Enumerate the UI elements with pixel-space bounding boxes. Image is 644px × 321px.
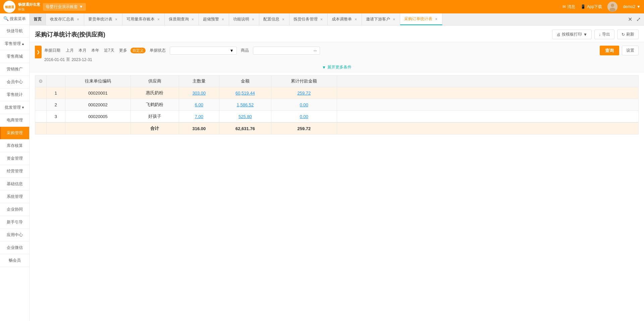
- tab-close-icon[interactable]: ×: [157, 17, 160, 22]
- sidebar-item-system[interactable]: 系统管理: [0, 191, 29, 203]
- message-button[interactable]: ✉ 消息: [562, 4, 575, 10]
- tab-maximize-icon[interactable]: ⤢: [636, 15, 641, 23]
- status-select[interactable]: ▼: [170, 47, 237, 55]
- shortcut-this-month[interactable]: 本月: [77, 47, 88, 54]
- shortcut-7days[interactable]: 近7天: [103, 47, 116, 54]
- refresh-button[interactable]: ↻ 刷新: [617, 30, 639, 39]
- tab-available-stock[interactable]: 可用量库存账本 ×: [122, 13, 165, 25]
- tab-label: 功能说明: [233, 16, 249, 22]
- summary-label: 合计: [130, 122, 179, 135]
- top-bar-left: 畅捷通 畅捷通好生意 标版 母婴行业演示账套 ▼: [3, 1, 86, 13]
- sidebar-item-wholesale[interactable]: 批发管理 ▼: [0, 101, 29, 114]
- sidebar-item-wechat[interactable]: 企业微信: [0, 242, 29, 254]
- tab-label: 邀请下游客户: [366, 16, 390, 22]
- filter-expand-left-button[interactable]: ❯: [35, 46, 42, 58]
- tab-close-icon[interactable]: ×: [320, 17, 323, 22]
- username-label[interactable]: demo2 ▼: [623, 4, 641, 9]
- tab-close-icon[interactable]: ×: [281, 17, 285, 22]
- tab-close-all-icon[interactable]: ✕: [627, 15, 633, 23]
- tab-close-icon[interactable]: ×: [354, 17, 358, 22]
- summary-paid-amount: 259.72: [271, 122, 337, 135]
- shortcut-last-month[interactable]: 上月: [64, 47, 75, 54]
- table-body: 1 00020001 惠氏奶粉 303.00 60,519.44 259.72 …: [35, 87, 639, 123]
- tab-function-desc[interactable]: 功能说明 ×: [229, 13, 259, 25]
- tab-close-icon[interactable]: ×: [191, 17, 195, 22]
- shortcut-more[interactable]: 更多: [118, 47, 128, 54]
- td-supplier: 飞鹤奶粉: [130, 99, 179, 111]
- chevron-down-icon: ▼: [230, 48, 234, 53]
- tab-label: 拣货任务管理: [293, 16, 318, 22]
- td-index: 1: [47, 87, 65, 99]
- tab-close-icon[interactable]: ×: [251, 17, 255, 22]
- tab-label: 首页: [34, 16, 42, 22]
- td-amount: 60,519.44: [219, 87, 271, 99]
- sidebar-item-retail-management[interactable]: 零售管理 ▲: [0, 38, 29, 50]
- tab-overstock[interactable]: 超储预警 ×: [199, 13, 229, 25]
- svg-point-4: [609, 8, 615, 12]
- tab-close-icon[interactable]: ×: [392, 17, 396, 22]
- tab-close-icon[interactable]: ×: [221, 17, 225, 22]
- filter-fields: 单据日期 上月 本月 本年 近7天 更多 自定义 单据状态: [44, 46, 639, 62]
- td-settings: [35, 111, 47, 123]
- page-content: 采购订单统计表(按供应商) 🖨 按模板打印 ▼ ↓ 导出 ↻ 刷新: [30, 25, 644, 321]
- expand-more-button[interactable]: ▼ 展开更多条件: [322, 64, 352, 70]
- sidebar-item-inventory[interactable]: 库存核算: [0, 140, 29, 152]
- tab-close-icon[interactable]: ×: [434, 17, 438, 21]
- sidebar-item-newbie[interactable]: 新手引导: [0, 216, 29, 229]
- tab-config[interactable]: 配置信息 ×: [259, 13, 289, 25]
- table-header-row: ⚙ 往来单位编码 供应商 主数量 金额 累计付款金额: [35, 75, 639, 87]
- sidebar-item-purchase[interactable]: 采购管理: [0, 127, 29, 140]
- settings-icon[interactable]: ⚙: [39, 78, 43, 84]
- tab-close-icon[interactable]: ×: [76, 17, 80, 22]
- sidebar-item-label: 零售统计: [7, 92, 23, 97]
- tab-invite-downstream[interactable]: 邀请下游客户 ×: [362, 13, 400, 25]
- tab-bar-actions: ✕ ⤢: [625, 13, 644, 25]
- sidebar-item-finance[interactable]: 资金管理: [0, 152, 29, 165]
- goods-input[interactable]: ···: [253, 47, 320, 55]
- sidebar-item-basic[interactable]: 基础信息: [0, 178, 29, 191]
- td-amount: 1,586.52: [219, 99, 271, 111]
- sidebar-item-retail-stats[interactable]: 零售统计: [0, 89, 29, 101]
- sidebar-item-member-center[interactable]: 会员中心: [0, 76, 29, 89]
- sidebar-item-app-center[interactable]: 应用中心: [0, 229, 29, 242]
- tab-close-icon[interactable]: ×: [114, 17, 118, 22]
- app-download-button[interactable]: 📱 App下载: [581, 4, 602, 10]
- tab-expiry[interactable]: 保质期查询 ×: [165, 13, 199, 25]
- custom-date-badge[interactable]: 自定义: [130, 48, 146, 53]
- avatar[interactable]: [607, 2, 618, 12]
- sidebar-item-label: 基础信息: [7, 181, 23, 186]
- tab-purchase-order-stats[interactable]: 采购订单统计表 ×: [400, 13, 442, 25]
- th-settings: ⚙: [35, 75, 47, 87]
- svg-point-3: [611, 4, 614, 7]
- sidebar-item-label: 会员中心: [7, 79, 23, 84]
- td-settings: [35, 99, 47, 111]
- sidebar-item-business[interactable]: 经营管理: [0, 165, 29, 178]
- sidebar-item-vip[interactable]: 畅会员: [0, 254, 29, 267]
- settings-button[interactable]: 设置: [622, 46, 639, 55]
- sidebar-item-label: 电商管理: [7, 118, 23, 122]
- export-button[interactable]: ↓ 导出: [594, 30, 614, 39]
- svg-text:畅捷通: 畅捷通: [5, 5, 14, 9]
- table-row: 1 00020001 惠氏奶粉 303.00 60,519.44 259.72: [35, 87, 639, 99]
- shortcut-this-year[interactable]: 本年: [90, 47, 101, 54]
- sidebar-search[interactable]: 🔍 搜索菜单: [0, 13, 29, 25]
- goods-label: 商品: [241, 48, 249, 53]
- tab-cost-adjust[interactable]: 成本调整单 ×: [328, 13, 362, 25]
- page-header: 采购订单统计表(按供应商) 🖨 按模板打印 ▼ ↓ 导出 ↻ 刷新: [30, 25, 644, 42]
- table-row: 3 00020005 好孩子 7.00 525.80 0.00: [35, 111, 639, 123]
- tab-purchase-stats[interactable]: 要货单统计表 ×: [84, 13, 122, 25]
- sidebar-item-marketing[interactable]: 营销推广: [0, 63, 29, 76]
- sidebar-quick-nav[interactable]: 快捷导航: [0, 25, 29, 38]
- workspace-selector[interactable]: 母婴行业演示账套 ▼: [43, 3, 86, 11]
- query-button[interactable]: 查询: [600, 46, 619, 55]
- chevron-down-icon: ▼: [583, 32, 587, 37]
- sidebar-item-ecommerce[interactable]: 电商管理: [0, 114, 29, 127]
- sidebar-item-retail-mall[interactable]: 零售商城: [0, 50, 29, 63]
- message-icon: ✉: [562, 4, 566, 9]
- tab-picking-task[interactable]: 拣货任务管理 ×: [289, 13, 328, 25]
- sidebar-item-enterprise[interactable]: 企业协同: [0, 203, 29, 216]
- print-button[interactable]: 🖨 按模板打印 ▼: [552, 30, 592, 39]
- sidebar-item-label: 经营管理: [7, 169, 23, 173]
- tab-recv-send[interactable]: 收发存汇总表 ×: [46, 13, 84, 25]
- tab-home[interactable]: 首页: [30, 13, 46, 25]
